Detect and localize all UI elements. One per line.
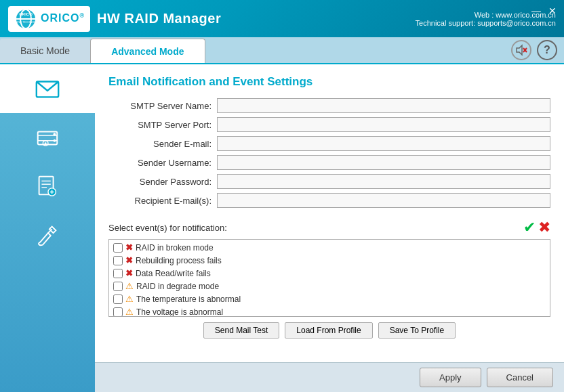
app-title: HW RAID Manager (97, 11, 221, 26)
event-header-icons: ✔ ✖ (523, 219, 550, 236)
sidebar-item-tools[interactable] (0, 211, 95, 259)
event-label-voltage: The voltage is abnormal (136, 307, 223, 317)
tab-bar: Basic Mode Advanced Mode ? (0, 37, 564, 64)
form-row-sender-username: Sender Username: (108, 155, 550, 170)
event-item-temp: ⚠ The temperature is abnormal (109, 292, 550, 305)
tab-advanced-mode[interactable]: Advanced Mode (90, 39, 205, 63)
sidebar: ▶ (0, 64, 95, 392)
disk-icon (34, 124, 61, 151)
orico-logo-icon: ORICO LEADING TECHNOLOGY (14, 8, 38, 30)
event-item-degrade: ⚠ RAID in degrade mode (109, 280, 550, 292)
event-checkbox-readwrite[interactable] (113, 269, 123, 278)
event-icon-x-rebuild: ✖ (125, 255, 133, 265)
event-section-label: Select event(s) for notification: (108, 223, 227, 233)
main-layout: ▶ (0, 64, 564, 392)
smtp-server-port-label: SMTP Server Port: (108, 120, 217, 130)
events-list-container[interactable]: ✖ RAID in broken mode ✖ Rebuilding proce… (108, 239, 550, 317)
event-icon-warn-degrade: ⚠ (125, 281, 134, 291)
form-row-recipient: Recipient E-mail(s): (108, 193, 550, 208)
window-controls: — ✕ (530, 5, 559, 16)
deselect-all-icon[interactable]: ✖ (538, 219, 550, 236)
event-checkbox-degrade[interactable] (113, 282, 123, 291)
form-row-smtp-name: SMTP Server Name: (108, 98, 550, 113)
select-all-icon[interactable]: ✔ (523, 219, 536, 236)
event-item-readwrite: ✖ Data Read/write fails (109, 267, 550, 280)
bottom-bar: Apply Cancel (95, 362, 564, 392)
sender-email-label: Sender E-mail: (108, 139, 217, 149)
title-bar: ORICO LEADING TECHNOLOGY ORICO® HW RAID … (0, 0, 564, 37)
help-icon: ? (544, 44, 550, 56)
mute-icon (515, 44, 527, 56)
svg-text:ORICO: ORICO (19, 12, 33, 16)
save-to-profile-button[interactable]: Save To Profile (378, 322, 456, 339)
close-button[interactable]: ✕ (546, 5, 559, 16)
report-icon (34, 173, 61, 200)
recipient-email-label: Recipient E-mail(s): (108, 196, 217, 206)
help-button[interactable]: ? (537, 40, 557, 60)
event-icon-x-broken: ✖ (125, 242, 133, 253)
tab-bar-icons: ? (511, 40, 557, 60)
event-checkbox-broken[interactable] (113, 243, 123, 253)
svg-point-11 (54, 133, 56, 135)
smtp-server-port-input[interactable] (217, 117, 550, 132)
sidebar-item-report[interactable] (0, 162, 95, 211)
support-label: Technical support: supports@orico.com.cn (416, 19, 556, 27)
event-label-degrade: RAID in degrade mode (136, 282, 219, 291)
svg-text:LEADING TECHNOLOGY: LEADING TECHNOLOGY (14, 20, 38, 24)
event-item-broken: ✖ RAID in broken mode (109, 241, 550, 254)
event-label-temp: The temperature is abnormal (136, 295, 241, 304)
events-list-wrapper: ✖ RAID in broken mode ✖ Rebuilding proce… (108, 239, 550, 317)
orico-text: ORICO® (41, 12, 85, 24)
sender-username-label: Sender Username: (108, 158, 217, 168)
mute-button[interactable] (511, 40, 531, 60)
content-wrapper: Email Notification and Event Settings SM… (95, 64, 564, 392)
profile-buttons: Send Mail Test Load From Profile Save To… (108, 322, 550, 339)
sender-password-input[interactable] (217, 174, 550, 189)
event-checkbox-voltage[interactable] (113, 307, 123, 317)
event-label-broken: RAID in broken mode (136, 243, 214, 253)
recipient-email-input[interactable] (217, 193, 550, 208)
tools-icon (34, 221, 61, 248)
content-panel: Email Notification and Event Settings SM… (95, 64, 564, 362)
form-row-smtp-port: SMTP Server Port: (108, 117, 550, 132)
sender-password-label: Sender Password: (108, 177, 217, 187)
form-row-sender-password: Sender Password: (108, 174, 550, 189)
section-title: Email Notification and Event Settings (108, 75, 550, 89)
cancel-button[interactable]: Cancel (487, 368, 553, 387)
smtp-server-name-input[interactable] (217, 98, 550, 113)
event-label-rebuild: Rebuilding process fails (136, 256, 222, 265)
event-label-readwrite: Data Read/write fails (136, 269, 211, 278)
event-checkbox-rebuild[interactable] (113, 256, 123, 265)
event-icon-warn-temp: ⚠ (125, 294, 134, 304)
load-from-profile-button[interactable]: Load From Profile (285, 322, 372, 339)
form-row-sender-email: Sender E-mail: (108, 136, 550, 151)
events-list: ✖ RAID in broken mode ✖ Rebuilding proce… (109, 240, 550, 317)
minimize-button[interactable]: — (530, 5, 542, 16)
logo: ORICO LEADING TECHNOLOGY ORICO® (8, 6, 90, 32)
event-checkbox-temp[interactable] (113, 295, 123, 304)
send-mail-test-button[interactable]: Send Mail Test (203, 322, 280, 339)
tab-basic-mode[interactable]: Basic Mode (0, 39, 90, 63)
title-bar-left: ORICO LEADING TECHNOLOGY ORICO® HW RAID … (8, 6, 221, 32)
smtp-server-name-label: SMTP Server Name: (108, 101, 217, 111)
sidebar-item-disk[interactable] (0, 113, 95, 162)
apply-button[interactable]: Apply (420, 368, 481, 387)
sidebar-item-email[interactable]: ▶ (0, 64, 95, 113)
email-icon (34, 75, 61, 102)
svg-point-14 (45, 142, 47, 144)
sidebar-arrow: ▶ (84, 83, 92, 95)
event-header: Select event(s) for notification: ✔ ✖ (108, 219, 550, 236)
event-item-rebuild: ✖ Rebuilding process fails (109, 254, 550, 267)
event-item-voltage: ⚠ The voltage is abnormal (109, 305, 550, 317)
sender-username-input[interactable] (217, 155, 550, 170)
event-icon-x-readwrite: ✖ (125, 268, 133, 278)
svg-marker-5 (517, 45, 522, 55)
event-section: Select event(s) for notification: ✔ ✖ ✖ … (108, 219, 550, 339)
event-icon-warn-voltage: ⚠ (125, 307, 134, 317)
svg-point-12 (54, 139, 56, 142)
sender-email-input[interactable] (217, 136, 550, 151)
